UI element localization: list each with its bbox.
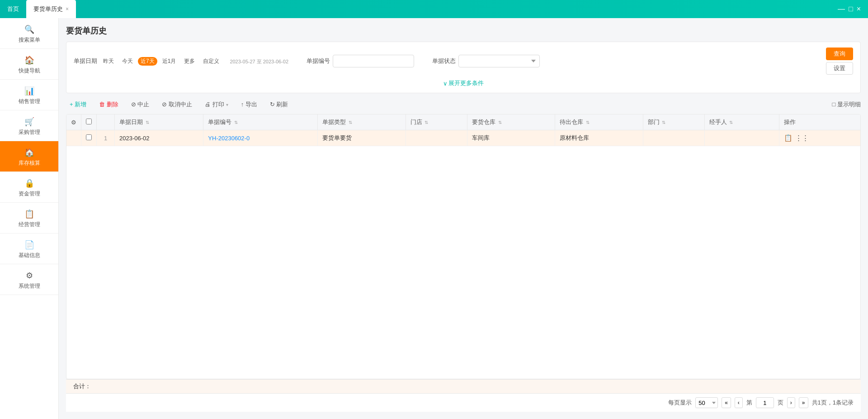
row-settings-icon: [66, 130, 81, 146]
col-actions: 操作: [779, 114, 860, 130]
sort-doc-type-icon[interactable]: ⇅: [349, 120, 352, 125]
export-button[interactable]: ↑ 导出: [237, 99, 261, 110]
settings-button[interactable]: 设置: [826, 62, 853, 75]
refresh-button[interactable]: ↻ 刷新: [266, 99, 292, 110]
minimize-icon[interactable]: —: [838, 5, 845, 13]
export-button-label: ↑ 导出: [241, 100, 257, 109]
date-btn-more[interactable]: 更多: [181, 57, 198, 66]
content-area: 要货单历史 单据日期 昨天 今天 近7天 近1月 更多 自定义: [59, 18, 868, 419]
tab-home[interactable]: 首页: [0, 0, 26, 18]
date-range-text: 2023-05-27 至 2023-06-02: [230, 58, 288, 65]
col-date-label: 单据日期: [119, 119, 143, 125]
row-dept: [643, 130, 704, 146]
sidebar-item-purchase-mgmt-label: 采购管理: [19, 129, 40, 136]
sidebar-item-sales-mgmt[interactable]: 📊 销售管理: [0, 80, 58, 110]
sort-pending-warehouse-icon[interactable]: ⇅: [586, 120, 590, 125]
sort-store-icon[interactable]: ⇅: [425, 120, 428, 125]
tab-bar: 首页 要货单历史 ×: [0, 0, 838, 18]
date-range-display: 2023-05-27 至 2023-06-02: [230, 57, 288, 65]
doc-no-input[interactable]: [333, 55, 414, 67]
prev-page-button[interactable]: ‹: [735, 397, 743, 408]
sort-req-warehouse-icon[interactable]: ⇅: [498, 120, 502, 125]
col-doc-type: 单据类型 ⇅: [318, 114, 406, 130]
row-doc-no-link[interactable]: YH-20230602-0: [208, 135, 250, 142]
date-btn-yesterday[interactable]: 昨天: [100, 57, 117, 66]
date-filter-label: 单据日期: [74, 57, 97, 65]
expand-more-button[interactable]: ∨ 展开更多条件: [443, 79, 484, 87]
page-input[interactable]: [756, 397, 774, 408]
status-filter-group: 单据状态: [432, 55, 540, 67]
expand-more-label: 展开更多条件: [448, 79, 484, 87]
cart-icon: 🛒: [24, 117, 34, 127]
print-button[interactable]: 🖨 打印 ▾: [201, 99, 232, 110]
select-all-checkbox[interactable]: [86, 119, 92, 124]
page-label: 第: [746, 399, 752, 407]
data-table: ⚙ 单据日期 ⇅ 单据编号 ⇅: [66, 114, 860, 146]
table-header-row: ⚙ 单据日期 ⇅ 单据编号 ⇅: [66, 114, 860, 130]
sort-handler-icon[interactable]: ⇅: [729, 120, 733, 125]
col-handler-label: 经手人: [709, 119, 727, 125]
col-store: 门店 ⇅: [406, 114, 467, 130]
last-page-button[interactable]: »: [799, 397, 808, 408]
tab-close-icon[interactable]: ×: [66, 6, 69, 12]
col-doc-no: 单据编号 ⇅: [203, 114, 318, 130]
new-button-label: + 新增: [70, 100, 86, 109]
date-filter-group: 单据日期 昨天 今天 近7天 近1月 更多 自定义: [74, 57, 222, 66]
sidebar-item-ops-mgmt[interactable]: 📋 经营管理: [0, 203, 58, 233]
sort-doc-no-icon[interactable]: ⇅: [234, 120, 238, 125]
sidebar-item-inventory[interactable]: 🏠 库存核算: [0, 141, 58, 172]
date-btn-today[interactable]: 今天: [119, 57, 136, 66]
window-controls: — □ ×: [838, 5, 868, 13]
sort-dept-icon[interactable]: ⇅: [662, 120, 665, 125]
maximize-icon[interactable]: □: [849, 5, 853, 13]
col-settings[interactable]: ⚙: [66, 114, 81, 130]
col-date: 单据日期 ⇅: [115, 114, 203, 130]
row-checkbox[interactable]: [86, 134, 92, 140]
filter-bar: 单据日期 昨天 今天 近7天 近1月 更多 自定义 2023-05-27 至 2…: [66, 42, 861, 93]
sidebar-item-purchase-mgmt[interactable]: 🛒 采购管理: [0, 110, 58, 141]
per-page-select[interactable]: 10 20 50 100: [695, 397, 718, 408]
first-page-button[interactable]: «: [722, 397, 731, 408]
date-btn-custom[interactable]: 自定义: [200, 57, 222, 66]
sidebar-item-search-menu[interactable]: 🔍 搜索菜单: [0, 18, 58, 49]
delete-button[interactable]: 🗑 删除: [95, 99, 122, 110]
sidebar-item-sys-mgmt[interactable]: ⚙ 系统管理: [0, 264, 58, 295]
sidebar-item-basic-info[interactable]: 📄 基础信息: [0, 233, 58, 264]
main-layout: 🔍 搜索菜单 🏠 快捷导航 📊 销售管理 🛒 采购管理 🏠 库存核算 🔒 资金管…: [0, 18, 868, 419]
new-button[interactable]: + 新增: [66, 99, 90, 110]
sort-date-icon[interactable]: ⇅: [146, 120, 149, 125]
lock-icon: 🔒: [24, 178, 34, 188]
date-btn-last7days[interactable]: 近7天: [138, 57, 157, 66]
print-chevron-icon: ▾: [226, 102, 228, 107]
status-select[interactable]: [458, 55, 540, 67]
status-label: 单据状态: [432, 57, 456, 65]
chevron-down-icon: ∨: [443, 80, 448, 87]
row-req-warehouse: 车间库: [467, 130, 555, 146]
date-btn-last1month[interactable]: 近1月: [159, 57, 179, 66]
col-checkbox: [81, 114, 97, 130]
next-page-button[interactable]: ›: [787, 397, 795, 408]
stop-button[interactable]: ⊘ 中止: [127, 99, 153, 110]
row-pending-warehouse: 原材料仓库: [555, 130, 643, 146]
table-wrapper: ⚙ 单据日期 ⇅ 单据编号 ⇅: [66, 114, 861, 412]
sidebar-item-quick-nav[interactable]: 🏠 快捷导航: [0, 49, 58, 80]
col-dept: 部门 ⇅: [643, 114, 704, 130]
doc-no-filter-group: 单据编号: [307, 55, 414, 67]
display-detail-label: □ 显示明细: [832, 100, 861, 109]
col-doc-type-label: 单据类型: [322, 119, 346, 125]
cancel-stop-button[interactable]: ⊘ 取消中止: [158, 99, 196, 110]
doc-no-label: 单据编号: [307, 57, 330, 65]
row-more-icon[interactable]: ⋮⋮: [795, 134, 809, 142]
display-detail-button[interactable]: □ 显示明细: [832, 100, 861, 109]
row-edit-icon[interactable]: 📋: [784, 134, 793, 142]
col-dept-label: 部门: [648, 119, 660, 125]
col-actions-label: 操作: [784, 119, 796, 125]
tab-requisition-history[interactable]: 要货单历史 ×: [26, 0, 76, 18]
col-store-label: 门店: [410, 119, 422, 125]
query-button[interactable]: 查询: [826, 48, 853, 60]
gear-icon: ⚙: [26, 271, 33, 281]
sidebar-item-finance-mgmt[interactable]: 🔒 资金管理: [0, 172, 58, 203]
sidebar-item-basic-info-label: 基础信息: [19, 252, 40, 259]
close-icon[interactable]: ×: [857, 5, 861, 13]
filter-row: 单据日期 昨天 今天 近7天 近1月 更多 自定义 2023-05-27 至 2…: [74, 48, 853, 75]
